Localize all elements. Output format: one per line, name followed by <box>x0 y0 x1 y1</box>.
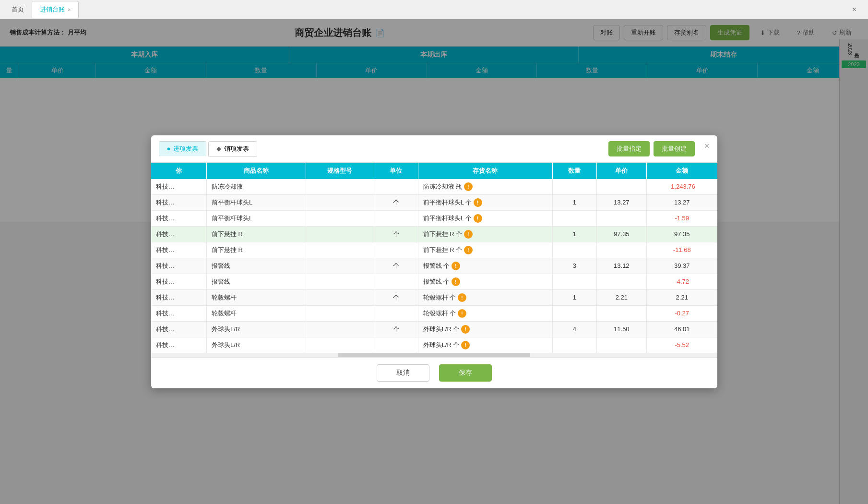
cell-product-name: 前下悬挂 R <box>206 226 306 242</box>
modal-overlay: ● 进项发票 ◆ 销项发票 批量指定 批量创建 × <box>0 19 868 504</box>
cell-unit: 个 <box>374 226 418 242</box>
tab-ledger[interactable]: 进销台账 × <box>32 1 79 18</box>
cell-spec <box>306 321 374 337</box>
table-row[interactable]: 科技… 轮毂螺杆 轮毂螺杆 个 ! -0.27 <box>151 305 717 321</box>
cell-qty: 1 <box>553 289 597 305</box>
cell-product-name: 防冻冷却液 <box>206 179 306 195</box>
tab-income-invoice[interactable]: ● 进项发票 <box>159 141 207 156</box>
cell-product-name: 前平衡杆球头L <box>206 210 306 226</box>
cell-qty <box>553 179 597 195</box>
tab-sales-invoice[interactable]: ◆ 销项发票 <box>208 141 257 156</box>
cell-stock-name: 前平衡杆球头L 个 ! <box>418 194 553 210</box>
table-row[interactable]: 科技… 外球头L/R 个 外球头L/R 个 ! 4 11.50 46.01 <box>151 321 717 337</box>
warning-icon: ! <box>452 262 460 270</box>
cell-qty <box>553 305 597 321</box>
cell-price <box>596 274 646 289</box>
table-row[interactable]: 科技… 前平衡杆球头L 个 前平衡杆球头L 个 ! 1 13.27 13.27 <box>151 194 717 210</box>
cell-unit: 个 <box>374 194 418 210</box>
cell-company: 科技… <box>151 179 207 195</box>
warning-icon: ! <box>464 182 473 191</box>
cell-price <box>596 242 646 258</box>
cell-stock-name: 报警线 个 ! <box>418 274 553 289</box>
cell-unit <box>374 242 418 258</box>
cell-amount: -1.59 <box>647 210 717 226</box>
cell-spec <box>306 305 374 321</box>
cell-unit <box>374 305 418 321</box>
modal-header: ● 进项发票 ◆ 销项发票 批量指定 批量创建 × <box>151 135 717 163</box>
cell-stock-name: 外球头L/R 个 ! <box>418 337 553 353</box>
th-product-name: 商品名称 <box>206 163 306 179</box>
cell-amount: 46.01 <box>647 321 717 337</box>
cancel-button[interactable]: 取消 <box>377 364 429 382</box>
invoice-table: 你 商品名称 规格型号 单位 存货名称 数量 单价 金额 科技… 防冻冷却液 <box>151 163 717 353</box>
cell-company: 科技… <box>151 321 207 337</box>
cell-product-name: 外球头L/R <box>206 321 306 337</box>
cell-unit: 个 <box>374 258 418 274</box>
cell-amount: -1,243.76 <box>647 179 717 195</box>
table-row[interactable]: 科技… 报警线 个 报警线 个 ! 3 13.12 39.37 <box>151 258 717 274</box>
table-row[interactable]: 科技… 防冻冷却液 防冻冷却液 瓶 ! -1,243.76 <box>151 179 717 195</box>
modal-action-buttons: 批量指定 批量创建 × <box>608 141 710 156</box>
cell-qty <box>553 274 597 289</box>
batch-assign-button[interactable]: 批量指定 <box>608 141 650 156</box>
cell-company: 科技… <box>151 210 207 226</box>
table-header-row: 你 商品名称 规格型号 单位 存货名称 数量 单价 金额 <box>151 163 717 179</box>
cell-qty <box>553 242 597 258</box>
warning-icon: ! <box>458 309 466 318</box>
cell-amount: 13.27 <box>647 194 717 210</box>
cell-spec <box>306 242 374 258</box>
cell-company: 科技… <box>151 242 207 258</box>
cell-product-name: 前下悬挂 R <box>206 242 306 258</box>
cell-unit: 个 <box>374 289 418 305</box>
income-tab-icon: ● <box>167 145 171 152</box>
cell-company: 科技… <box>151 337 207 353</box>
table-row[interactable]: 科技… 外球头L/R 外球头L/R 个 ! -5.52 <box>151 337 717 353</box>
tab-close-icon[interactable]: × <box>68 7 71 12</box>
th-qty: 数量 <box>553 163 597 179</box>
cell-amount: -0.27 <box>647 305 717 321</box>
batch-create-button[interactable]: 批量创建 <box>654 141 695 156</box>
income-tab-label: 进项发票 <box>173 144 198 153</box>
cell-stock-name: 轮毂螺杆 个 ! <box>418 305 553 321</box>
tab-home[interactable]: 首页 <box>4 1 32 18</box>
cell-unit <box>374 210 418 226</box>
window-close-icon[interactable]: × <box>844 1 864 18</box>
warning-icon: ! <box>464 246 473 254</box>
table-row[interactable]: 科技… 前下悬挂 R 前下悬挂 R 个 ! -11.68 <box>151 242 717 258</box>
cell-price: 11.50 <box>596 321 646 337</box>
cell-amount: -4.72 <box>647 274 717 289</box>
cell-amount: 97.35 <box>647 226 717 242</box>
warning-icon: ! <box>452 277 460 286</box>
main-area: 销售成本计算方法： 月平均 商贸企业进销台账 📄 对账 重新开账 存货别名 生成… <box>0 19 868 504</box>
cell-company: 科技… <box>151 258 207 274</box>
modal-footer: 取消 保存 <box>151 357 717 388</box>
th-unit: 单位 <box>374 163 418 179</box>
cell-spec <box>306 289 374 305</box>
cell-unit <box>374 337 418 353</box>
cell-spec <box>306 274 374 289</box>
cell-price: 13.27 <box>596 194 646 210</box>
modal-close-icon[interactable]: × <box>704 141 710 156</box>
save-button[interactable]: 保存 <box>439 364 492 382</box>
cell-company: 科技… <box>151 194 207 210</box>
cell-qty <box>553 337 597 353</box>
scroll-hint <box>151 353 717 357</box>
th-spec: 规格型号 <box>306 163 374 179</box>
cell-qty: 3 <box>553 258 597 274</box>
cell-product-name: 轮毂螺杆 <box>206 289 306 305</box>
sales-tab-icon: ◆ <box>216 145 221 152</box>
table-row[interactable]: 科技… 轮毂螺杆 个 轮毂螺杆 个 ! 1 2.21 2.21 <box>151 289 717 305</box>
cell-stock-name: 前下悬挂 R 个 ! <box>418 242 553 258</box>
cell-product-name: 外球头L/R <box>206 337 306 353</box>
cell-stock-name: 报警线 个 ! <box>418 258 553 274</box>
warning-icon: ! <box>458 293 466 302</box>
cell-amount: 39.37 <box>647 258 717 274</box>
cell-spec <box>306 210 374 226</box>
tab-bar: 首页 进销台账 × × <box>0 0 868 19</box>
table-row[interactable]: 科技… 报警线 报警线 个 ! -4.72 <box>151 274 717 289</box>
cell-unit <box>374 274 418 289</box>
table-row[interactable]: 科技… 前平衡杆球头L 前平衡杆球头L 个 ! -1.59 <box>151 210 717 226</box>
modal-table-wrap[interactable]: 你 商品名称 规格型号 单位 存货名称 数量 单价 金额 科技… 防冻冷却液 <box>151 163 717 353</box>
cell-spec <box>306 337 374 353</box>
table-row[interactable]: 科技… 前下悬挂 R 个 前下悬挂 R 个 ! 1 97.35 97.35 <box>151 226 717 242</box>
